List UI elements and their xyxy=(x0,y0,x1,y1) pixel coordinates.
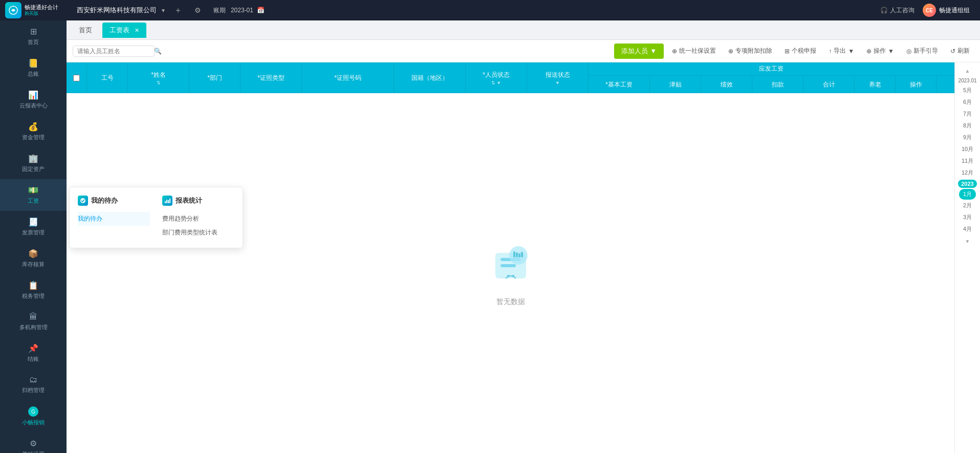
add-person-btn[interactable]: 添加人员 ▼ xyxy=(614,44,664,59)
timeline-month-4[interactable]: 4月 xyxy=(955,223,980,235)
settings-btn[interactable]: ⚙ xyxy=(194,6,201,14)
th-employee-id: 工号 xyxy=(87,62,128,93)
th-status[interactable]: *人员状态 ⇅ ▼ xyxy=(466,62,527,93)
timeline-month-9[interactable]: 9月 xyxy=(955,132,980,143)
sidebar-item-ledger[interactable]: 📒 总账 xyxy=(0,52,67,84)
report-status-filter-icon[interactable]: ▼ xyxy=(555,80,560,85)
refresh-btn[interactable]: ↺ 刷新 xyxy=(946,45,974,57)
sidebar-item-invoices[interactable]: 🧾 发票管理 xyxy=(0,211,67,243)
sidebar-item-archive[interactable]: 🗂 归档管理 xyxy=(0,369,67,400)
timeline-month-6[interactable]: 6月 xyxy=(955,96,980,108)
timeline-month-5[interactable]: 5月 xyxy=(955,84,980,96)
sidebar-item-assets[interactable]: 🏢 固定资产 xyxy=(0,147,67,179)
dropdown-col1-header-icon xyxy=(78,196,88,206)
operations-label: 操作 xyxy=(874,47,886,55)
timeline-nav-down[interactable]: ▼ xyxy=(962,235,974,247)
sidebar-label-assets: 固定资产 xyxy=(22,165,45,173)
dropdown-col1-header-label: 我的待办 xyxy=(91,196,118,205)
dropdown-columns: 我的待办 我的待办 报表统计 费用趋势分析 xyxy=(78,196,234,240)
select-all-checkbox[interactable] xyxy=(73,75,80,81)
dropdown-item-dept-cost[interactable]: 部门费用类型统计表 xyxy=(162,226,234,240)
sidebar-label-ledger: 总账 xyxy=(28,70,39,78)
dropdown-col2-header: 报表统计 xyxy=(162,196,234,206)
sidebar-item-tax[interactable]: 📋 税务管理 xyxy=(0,274,67,306)
svg-rect-12 xyxy=(165,201,166,203)
social-insurance-label: 统一社保设置 xyxy=(679,47,716,55)
sidebar-label-inventory: 库存核算 xyxy=(22,261,45,268)
export-label: 导出 xyxy=(834,47,846,55)
sidebar-item-xiaochang[interactable]: G 小畅报销 xyxy=(0,400,67,433)
operations-btn[interactable]: ⊕ 操作 ▼ xyxy=(862,45,898,57)
sidebar-item-multiorg[interactable]: 🏛 多机构管理 xyxy=(0,306,67,337)
timeline-month-2[interactable]: 2月 xyxy=(955,200,980,211)
th-report-status[interactable]: 报送状态 ▼ xyxy=(527,62,589,93)
dropdown-item-my-todo[interactable]: 我的待办 xyxy=(78,212,150,226)
empty-state: 暂无数据 xyxy=(67,93,954,453)
tax-report-btn[interactable]: ⊞ 个税申报 xyxy=(780,45,820,57)
sidebar-item-reports[interactable]: 📊 云报表中心 xyxy=(0,84,67,116)
assets-icon: 🏢 xyxy=(28,154,38,163)
toolbar: 🔍 添加人员 ▼ ⊕ 统一社保设置 ⊕ 专项附加扣除 ⊞ 个税申报 ↑ 导出 xyxy=(67,40,980,62)
sidebar-item-home[interactable]: ⊞ 首页 xyxy=(0,20,67,52)
sidebar-item-basic[interactable]: ⚙ 基础设置 xyxy=(0,433,67,453)
timeline-month-12[interactable]: 12月 xyxy=(955,167,980,179)
headset-icon: 🎧 xyxy=(880,7,888,14)
status-sort-icon[interactable]: ⇅ ▼ xyxy=(491,80,501,85)
sidebar-item-inventory[interactable]: 📦 库存核算 xyxy=(0,243,67,274)
refresh-label: 刷新 xyxy=(957,47,970,55)
dropdown-item-cost-trend[interactable]: 费用趋势分析 xyxy=(162,212,234,226)
sidebar-label-salary: 工资 xyxy=(28,197,39,205)
dropdown-col2-header-label: 报表统计 xyxy=(176,196,202,205)
xiaochang-icon: G xyxy=(28,406,38,417)
period-label: 账期 2023-01 📅 xyxy=(213,6,265,15)
closing-icon: 📌 xyxy=(28,343,38,353)
sidebar-label-reports: 云报表中心 xyxy=(19,102,48,110)
timeline-month-8[interactable]: 8月 xyxy=(955,120,980,132)
dropdown-panel: 我的待办 我的待办 报表统计 费用趋势分析 xyxy=(69,187,243,248)
user-info[interactable]: CE 畅捷通组组 xyxy=(923,4,970,17)
home-icon: ⊞ xyxy=(30,27,37,36)
name-sort-icon[interactable]: ⇅ xyxy=(157,80,161,85)
sidebar-item-closing[interactable]: 📌 结账 xyxy=(0,337,67,369)
guide-btn[interactable]: ◎ 新手引导 xyxy=(902,45,942,57)
th-department: *部门 xyxy=(189,62,241,93)
period-value: 2023-01 xyxy=(231,7,253,14)
th-allowance: 津贴 xyxy=(650,76,701,93)
search-input[interactable] xyxy=(77,48,154,55)
th-salary-group-header: 应发工资 xyxy=(589,62,954,76)
logo-area: 畅捷通好会计 购买版 xyxy=(5,2,67,18)
timeline-nav-up[interactable]: ▲ xyxy=(962,64,974,77)
timeline-month-10[interactable]: 10月 xyxy=(955,143,980,155)
th-id-number: *证照号码 xyxy=(302,62,394,93)
timeline-year-label: 2023.01 xyxy=(958,78,976,83)
add-company-btn[interactable]: ＋ xyxy=(174,5,182,16)
empty-illustration xyxy=(485,240,536,291)
timeline-month-7[interactable]: 7月 xyxy=(955,108,980,120)
customer-service-btn[interactable]: 🎧 人工咨询 xyxy=(880,6,914,15)
tab-salary-table[interactable]: 工资表 ✕ xyxy=(102,23,146,38)
company-dropdown-arrow[interactable]: ▼ xyxy=(161,8,166,13)
svg-rect-8 xyxy=(521,252,523,257)
top-header: 畅捷通好会计 购买版 西安虾米网络科技有限公司 ▼ ＋ ⚙ 账期 2023-01… xyxy=(0,0,980,20)
export-btn[interactable]: ↑ 导出 ▼ xyxy=(824,45,858,57)
timeline-month-3[interactable]: 3月 xyxy=(955,211,980,223)
guide-toolbar-icon: ◎ xyxy=(906,48,911,55)
th-bonus: 绩效 xyxy=(701,76,752,93)
th-salary-sub-row: *基本工资 津贴 绩效 扣款 合 xyxy=(589,76,954,93)
timeline-month-11[interactable]: 11月 xyxy=(955,155,980,167)
content-inner: 工号 *姓名 ⇅ *部门 *证照类型 *证照号码 xyxy=(67,62,980,453)
tab-close-btn[interactable]: ✕ xyxy=(135,27,139,33)
timeline-month-1-active[interactable]: 1月 xyxy=(959,189,976,200)
refresh-icon: ↺ xyxy=(950,48,955,55)
tab-home[interactable]: 首页 xyxy=(72,23,99,38)
th-name[interactable]: *姓名 ⇅ xyxy=(128,62,189,93)
th-checkbox[interactable] xyxy=(67,62,87,93)
table-header: 工号 *姓名 ⇅ *部门 *证照类型 *证照号码 xyxy=(67,62,954,93)
sidebar-item-finance[interactable]: 💰 资金管理 xyxy=(0,116,67,147)
dropdown-col-2: 报表统计 费用趋势分析 部门费用类型统计表 xyxy=(162,196,234,240)
special-deduction-btn[interactable]: ⊕ 专项附加扣除 xyxy=(724,45,776,57)
customer-service-label: 人工咨询 xyxy=(890,6,914,15)
sidebar-item-salary[interactable]: 💵 工资 xyxy=(0,179,67,211)
social-insurance-btn[interactable]: ⊕ 统一社保设置 xyxy=(668,45,720,57)
salary-icon: 💵 xyxy=(28,185,38,195)
